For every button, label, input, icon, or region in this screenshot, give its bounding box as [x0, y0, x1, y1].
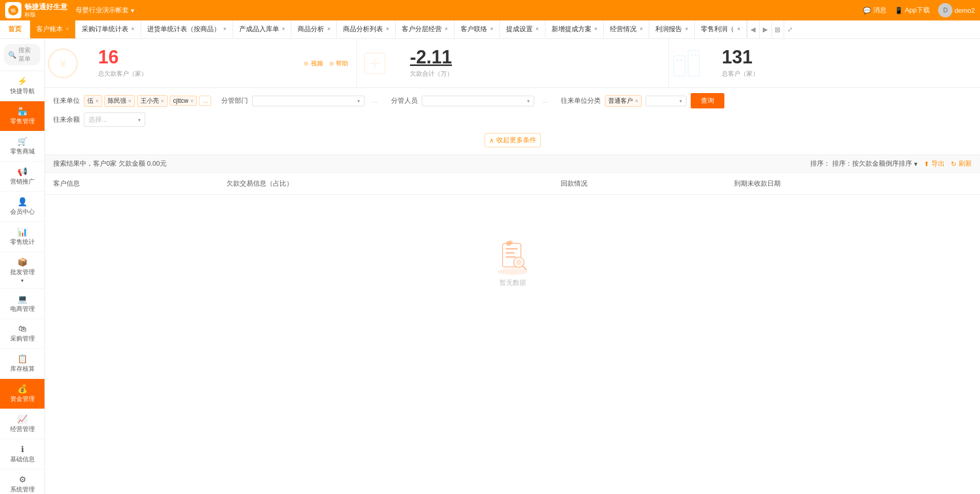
remainder-select[interactable]: 选择... ▾ — [84, 113, 145, 127]
unit-class-arrow: ▾ — [679, 98, 682, 104]
tag-close-wu[interactable]: × — [96, 98, 99, 104]
col-customer-info: 客户信息 — [45, 173, 218, 195]
person-select[interactable]: ▾ — [422, 96, 534, 106]
tab-purchase-stat-product[interactable]: 进货单统计表（按商品） × — [141, 20, 233, 38]
messages-btn[interactable]: 💬 消息 — [863, 6, 886, 15]
tab-profit-report[interactable]: 利润报告 × — [649, 20, 695, 38]
stat-overdue-customers-label: 总欠款客户（家） — [98, 70, 147, 78]
tab-customer-book[interactable]: 客户账本 × — [30, 20, 76, 38]
tag-close-normal-customer[interactable]: × — [635, 98, 638, 104]
results-actions: 排序： 排序：按欠款金额倒序排序 ▾ ⬆ 导出 ↻ 刷新 — [810, 159, 972, 168]
stat-overdue-amount-label: 欠款合计（万） — [410, 70, 453, 78]
tab-nav-maximize[interactable]: ⤢ — [784, 20, 796, 38]
sidebar-item-marketing[interactable]: 📢 营销推广 — [0, 162, 44, 192]
collapse-row: ∧ 收起更多条件 — [53, 131, 972, 149]
tab-purchase-order-stat[interactable]: 采购订单统计表 × — [76, 20, 141, 38]
tab-product-analysis-list[interactable]: 商品分析列表 × — [337, 20, 396, 38]
tab-close-product-inbound[interactable]: × — [282, 26, 285, 32]
sidebar-item-retail-mall[interactable]: 🛒 零售商城 — [0, 131, 44, 162]
search-label: 搜索菜单 — [18, 46, 36, 63]
sidebar-item-retail-mgmt[interactable]: 🏪 零售管理 — [0, 101, 44, 131]
sidebar-item-basic-info[interactable]: ℹ 基础信息 — [0, 439, 44, 469]
filter-more-btn[interactable]: ... — [199, 96, 211, 106]
app-download-btn[interactable]: 📱 App下载 — [895, 6, 930, 15]
search-box[interactable]: 🔍 搜索菜单 — [4, 44, 40, 65]
sidebar-item-inventory[interactable]: 📋 库存核算 — [0, 349, 44, 379]
tab-nav-next[interactable]: ▶ — [759, 20, 771, 38]
tag-close-chen[interactable]: × — [128, 98, 131, 104]
collapse-btn[interactable]: ∧ 收起更多条件 — [485, 133, 541, 147]
tag-close-cjttcw[interactable]: × — [191, 98, 194, 104]
col-overdue-info: 欠款交易信息（占比） — [218, 173, 553, 195]
sidebar-item-finance[interactable]: 💰 资金管理 — [0, 379, 44, 409]
video-help-link[interactable]: ⊙ 视频 — [304, 59, 323, 68]
tab-product-analysis[interactable]: 商品分析 × — [291, 20, 337, 38]
tab-close-customer-contact[interactable]: × — [490, 26, 493, 32]
sidebar-item-purchase[interactable]: 🛍 采购管理 — [0, 319, 44, 349]
tab-close-promotion[interactable]: × — [536, 26, 539, 32]
person-filter-label: 分管人员 — [391, 96, 418, 105]
filter-tag-normal-customer: 普通客户 × — [605, 95, 642, 107]
suite-selector[interactable]: 母婴行业演示帐套 ▾ — [72, 4, 139, 17]
empty-state: 暂无数据 — [45, 195, 980, 328]
sidebar-item-operation[interactable]: 📈 经营管理 — [0, 409, 44, 439]
tab-close-retail-profit[interactable]: × — [737, 26, 740, 32]
unit-class-select[interactable]: ▾ — [646, 96, 687, 106]
basic-info-icon: ℹ — [21, 444, 24, 454]
tab-close-product-analysis[interactable]: × — [327, 26, 330, 32]
tab-operation-status[interactable]: 经营情况 × — [604, 20, 649, 38]
top-bar-left: 畅 畅捷通好生意 标版 母婴行业演示帐套 ▾ — [5, 2, 139, 18]
tab-new-achievement[interactable]: 新增提成方案 × — [545, 20, 604, 38]
col-due-date: 到期未收款日期 — [726, 173, 980, 195]
tab-close-operation[interactable]: × — [640, 26, 643, 32]
table-header: 客户信息 欠款交易信息（占比） 回款情况 到期未收款日期 — [45, 173, 980, 195]
tag-close-wang[interactable]: × — [161, 98, 164, 104]
sidebar-item-ecommerce[interactable]: 💻 电商管理 — [0, 289, 44, 319]
sidebar-item-wholesale[interactable]: 📦 批发管理 ▾ — [0, 252, 44, 289]
tab-customer-segment[interactable]: 客户分层经营 × — [396, 20, 454, 38]
tab-promotion-settings[interactable]: 提成设置 × — [500, 20, 545, 38]
person-clear-btn[interactable]: … — [538, 97, 551, 104]
tab-home[interactable]: 首页 — [0, 20, 30, 38]
download-icon: 📱 — [895, 7, 903, 14]
svg-point-20 — [509, 240, 513, 244]
logo-icon: 畅 — [5, 2, 21, 18]
tab-close-profit[interactable]: × — [685, 26, 688, 32]
tab-retail-profit[interactable]: 零售利润（ × — [695, 20, 747, 38]
tab-close-product-analysis-list[interactable]: × — [386, 26, 389, 32]
sidebar-item-membership[interactable]: 👤 会员中心 — [0, 192, 44, 222]
help-link[interactable]: ⊙ 帮助 — [329, 59, 348, 68]
filter-tags: 伍 × 陈民强 × 王小亮 × cjttcw × ... — [84, 95, 211, 107]
top-bar-right: 💬 消息 📱 App下载 D demo2 — [863, 3, 975, 17]
system-icon: ⚙ — [19, 475, 26, 484]
tab-close-customer-book[interactable]: × — [66, 26, 69, 32]
dept-select[interactable]: ▾ — [252, 96, 364, 106]
tab-nav-prev[interactable]: ◀ — [747, 20, 759, 38]
stat-card-total-customers: 131 总客户（家） — [669, 39, 980, 87]
tab-close-customer-segment[interactable]: × — [445, 26, 448, 32]
tab-customer-contact[interactable]: 客户联络 × — [454, 20, 500, 38]
tab-close-achievement[interactable]: × — [595, 26, 598, 32]
logo-area: 畅 畅捷通好生意 标版 — [5, 2, 67, 18]
results-sort[interactable]: 排序： 排序：按欠款金额倒序排序 ▾ — [810, 159, 918, 168]
empty-illustration — [492, 236, 533, 278]
tab-close-purchase-order[interactable]: × — [131, 26, 134, 32]
dept-clear-btn[interactable]: … — [369, 97, 381, 104]
sidebar-item-retail-stats[interactable]: 📊 零售统计 — [0, 222, 44, 252]
svg-rect-6 — [688, 51, 699, 76]
data-table: 客户信息 欠款交易信息（占比） 回款情况 到期未收款日期 — [45, 173, 980, 195]
sidebar-item-quick-nav[interactable]: ⚡ 快捷导航 — [0, 71, 44, 101]
query-button[interactable]: 查询 — [691, 93, 724, 108]
tab-nav-close-all[interactable]: ⊠ — [771, 20, 784, 38]
remainder-label: 往来余额 — [53, 115, 80, 124]
sidebar-item-system[interactable]: ⚙ 系统管理 — [0, 469, 44, 494]
dept-filter-label: 分管部门 — [221, 96, 248, 105]
export-btn[interactable]: ⬆ 导出 — [924, 159, 945, 168]
table-header-row: 客户信息 欠款交易信息（占比） 回款情况 到期未收款日期 — [45, 173, 980, 195]
tab-product-inbound[interactable]: 产成品入库单 × — [233, 20, 292, 38]
user-avatar-area[interactable]: D demo2 — [938, 3, 975, 17]
tab-close-purchase-stat[interactable]: × — [223, 26, 226, 32]
person-dropdown-arrow: ▾ — [527, 98, 530, 104]
refresh-btn[interactable]: ↻ 刷新 — [951, 159, 972, 168]
sidebar-search-area: 🔍 搜索菜单 — [0, 39, 44, 71]
